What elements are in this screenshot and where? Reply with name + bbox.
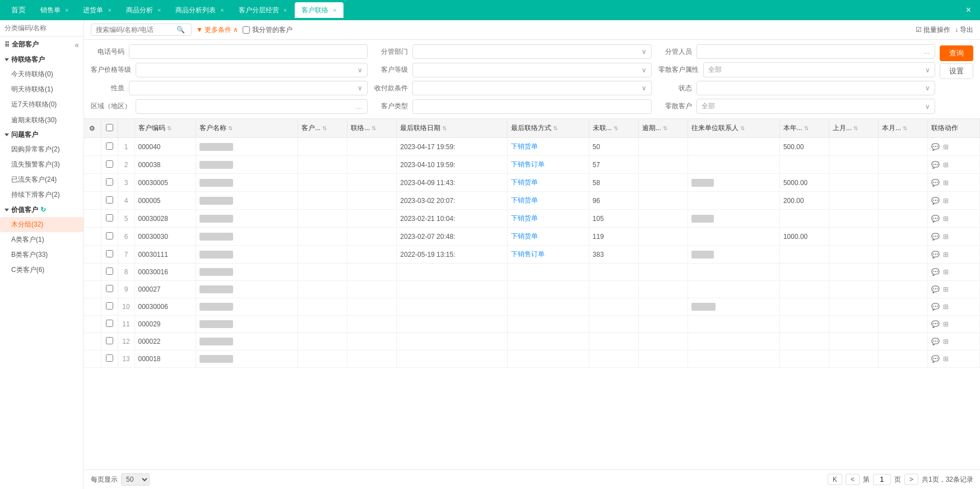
col-setting[interactable]: ⚙ [84, 119, 101, 138]
grid-action-icon[interactable]: ⊞ [943, 320, 949, 328]
col-customer-code[interactable]: 客户编码⇅ [134, 119, 196, 138]
nav-tab-purchase-close[interactable]: × [108, 7, 111, 13]
cell-checkbox[interactable] [101, 192, 118, 210]
sidebar-item-b-class[interactable]: B类客户(33) [0, 247, 83, 262]
chat-icon[interactable]: 💬 [931, 285, 940, 293]
cell-checkbox[interactable] [101, 298, 118, 316]
next-page-button[interactable]: > [904, 474, 918, 485]
chat-icon[interactable]: 💬 [931, 251, 940, 259]
col-checkbox-header[interactable] [101, 119, 118, 138]
grid-action-icon[interactable]: ⊞ [943, 251, 949, 259]
toolbar-search-icon[interactable]: 🔍 [177, 26, 185, 34]
contact-way-link[interactable]: 下销货单 [511, 196, 538, 204]
sidebar-search-input[interactable] [4, 24, 84, 32]
sidebar-item-abnormal[interactable]: 因购异常客户(2) [0, 142, 83, 157]
sidebar-item-c-class[interactable]: C类客户(6) [0, 262, 83, 278]
sidebar-all-customers[interactable]: ⠿ 全部客户 « [0, 36, 83, 53]
row-checkbox[interactable] [106, 354, 113, 362]
nav-home[interactable]: 首页 [4, 5, 32, 15]
filter-phone-input[interactable] [129, 44, 368, 59]
filter-price-level-select[interactable]: ∨ [136, 63, 368, 77]
filter-dept-select[interactable]: ∨ [412, 44, 651, 59]
per-page-select[interactable]: 50 100 200 [121, 473, 150, 486]
row-checkbox[interactable] [106, 285, 113, 292]
filter-person-dots[interactable]: … [696, 44, 935, 59]
sidebar-group-pending[interactable]: 待联络客户 [0, 53, 83, 67]
nav-tab-sales[interactable]: 销售单 × [34, 2, 75, 18]
nav-tab-analysis-list[interactable]: 商品分析列表 × [169, 2, 230, 18]
row-checkbox[interactable] [106, 302, 113, 310]
nav-tab-sales-close[interactable]: × [65, 7, 68, 13]
sidebar-item-churned[interactable]: 已流失客户(24) [0, 172, 83, 187]
grid-action-icon[interactable]: ⊞ [943, 338, 949, 345]
chat-icon[interactable]: 💬 [931, 197, 940, 205]
my-customers-checkbox-input[interactable] [243, 26, 250, 34]
my-customers-checkbox[interactable]: 我分管的客户 [243, 25, 292, 35]
chat-icon[interactable]: 💬 [931, 355, 940, 363]
contact-way-link[interactable]: 下销货单 [511, 178, 538, 186]
chat-icon[interactable]: 💬 [931, 338, 940, 345]
row-checkbox[interactable] [106, 337, 113, 344]
grid-action-icon[interactable]: ⊞ [943, 179, 949, 187]
batch-operation-button[interactable]: ☑ 批量操作 [916, 25, 950, 35]
contact-way-link[interactable]: 下销货单 [511, 142, 538, 150]
contact-way-link[interactable]: 下销货单 [511, 232, 538, 240]
sidebar-item-churn-warning[interactable]: 流失预警客户(3) [0, 157, 83, 172]
toolbar-search-input[interactable] [96, 26, 174, 34]
cell-checkbox[interactable] [101, 210, 118, 228]
col-last-contact-way[interactable]: 最后联络方式⇅ [507, 119, 589, 138]
filter-retail-attr-select[interactable]: 全部∨ [703, 62, 935, 77]
col-contact[interactable]: 联络...⇅ [347, 119, 397, 138]
row-checkbox[interactable] [106, 214, 113, 222]
sidebar-item-7days[interactable]: 近7天待联络(0) [0, 97, 83, 112]
chat-icon[interactable]: 💬 [931, 303, 940, 311]
cell-checkbox[interactable] [101, 316, 118, 333]
reset-button[interactable]: 设置 [940, 63, 973, 79]
col-unit-contact[interactable]: 往来单位联系人⇅ [688, 119, 779, 138]
grid-action-icon[interactable]: ⊞ [943, 303, 949, 311]
row-checkbox[interactable] [106, 320, 113, 327]
sidebar-item-declining[interactable]: 持续下滑客户(2) [0, 187, 83, 202]
grid-action-icon[interactable]: ⊞ [943, 215, 949, 223]
chat-icon[interactable]: 💬 [931, 233, 940, 241]
cell-checkbox[interactable] [101, 333, 118, 350]
grid-action-icon[interactable]: ⊞ [943, 268, 949, 276]
contact-way-link[interactable]: 下销货单 [511, 214, 538, 222]
cell-checkbox[interactable] [101, 156, 118, 174]
chat-icon[interactable]: 💬 [931, 268, 940, 276]
filter-status-select[interactable]: ∨ [696, 81, 935, 95]
select-all-checkbox[interactable] [106, 124, 113, 131]
row-checkbox[interactable] [106, 232, 113, 239]
filter-nature-select[interactable]: ∨ [129, 81, 368, 95]
sidebar-item-ungroup[interactable]: 木分组(32) [0, 217, 83, 232]
filter-retail-customer-select[interactable]: 全部∨ [696, 99, 935, 114]
nav-tab-analysis-close[interactable]: × [157, 7, 161, 13]
col-overdue[interactable]: 逾期...⇅ [638, 119, 688, 138]
chat-icon[interactable]: 💬 [931, 161, 940, 169]
row-checkbox[interactable] [106, 250, 113, 257]
grid-action-icon[interactable]: ⊞ [943, 197, 949, 205]
cell-checkbox[interactable] [101, 228, 118, 246]
col-customer-type[interactable]: 客户...⇅ [298, 119, 347, 138]
chat-icon[interactable]: 💬 [931, 143, 940, 151]
grid-action-icon[interactable]: ⊞ [943, 161, 949, 169]
chat-icon[interactable]: 💬 [931, 320, 940, 328]
refresh-icon[interactable]: ↻ [40, 206, 46, 214]
sidebar-item-today[interactable]: 今天待联络(0) [0, 67, 83, 82]
cell-checkbox[interactable] [101, 350, 118, 368]
row-checkbox[interactable] [106, 142, 113, 150]
col-customer-name[interactable]: 客户名称⇅ [196, 119, 298, 138]
sidebar-group-problem[interactable]: 问题客户 [0, 128, 83, 142]
cell-checkbox[interactable] [101, 281, 118, 298]
row-checkbox[interactable] [106, 160, 113, 168]
col-this-month[interactable]: 本月...⇅ [879, 119, 928, 138]
nav-tab-analysis-list-close[interactable]: × [220, 7, 224, 13]
more-conditions-button[interactable]: ▼ 更多条件 ∧ [196, 25, 238, 35]
nav-tab-customer-contact[interactable]: 客户联络 × [295, 2, 343, 18]
nav-tab-customer-contact-close[interactable]: × [333, 7, 336, 13]
sidebar-item-tomorrow[interactable]: 明天待联络(1) [0, 82, 83, 97]
sidebar-item-a-class[interactable]: A类客户(1) [0, 232, 83, 247]
chat-icon[interactable]: 💬 [931, 215, 940, 223]
grid-action-icon[interactable]: ⊞ [943, 285, 949, 293]
nav-tab-analysis[interactable]: 商品分析 × [119, 2, 168, 18]
